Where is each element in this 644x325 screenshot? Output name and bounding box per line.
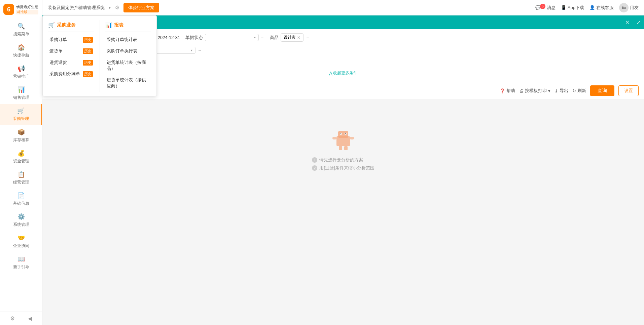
topbar-title: 装备及固定资产辅助管理系统 [48,5,105,11]
dropdown-cols: 🛒 采购业务 采购订单 历史 进货单 历史 进货退货 历史 [43,20,156,92]
return-badge: 历史 [83,60,93,66]
svg-point-5 [345,133,346,134]
export-btn[interactable]: ⤓ 导出 [554,88,568,94]
chart-icon: 📊 [17,86,25,93]
sidebar-item-inventory[interactable]: 📦 库存核算 [0,125,42,146]
order-status-filter: 单据状态 ▾ ··· [185,34,264,41]
sidebar-item-quick-nav[interactable]: 🏠 快捷导航 [0,40,42,62]
megaphone-icon: 📢 [17,65,25,72]
solution-button[interactable]: 体验行业方案 [123,3,159,12]
money-icon: 💰 [17,150,25,157]
salesperson-arrow-icon: ▾ [191,48,192,52]
sidebar-item-operation[interactable]: 📋 经营管理 [0,167,42,189]
online-service-btn[interactable]: 👤 在线客服 [589,5,614,11]
cost-spread-badge: 历史 [83,71,93,77]
goods-label: 商品 [270,35,279,41]
sidebar-collapse-btn[interactable]: ◀ [28,315,32,322]
collapse-up-icon: ⋀ [329,71,332,76]
empty-state: 1 请先选择要分析的方案 2 用[过滤]条件来缩小分析范围 [42,99,644,198]
order-status-label: 单据状态 [185,35,203,41]
help-icon: ❓ [500,88,505,93]
print-icon: 🖨 [519,88,524,93]
goods-more-icon[interactable]: ··· [306,35,309,40]
menu-item-inbound-stat-goods[interactable]: 进货单统计表（按商品） [105,57,151,74]
salesperson-more-icon[interactable]: ··· [198,48,201,53]
export-icon: ⤓ [554,88,558,93]
svg-point-4 [341,133,342,134]
print-arrow-icon: ▾ [548,88,550,93]
clipboard-icon: 📋 [17,171,25,178]
main-content: 装备及固定资产辅助管理系统 ▾ ⚙ 体验行业方案 💬 5 消息 📱 App下载 … [42,0,644,325]
topbar-dropdown-arrow[interactable]: ▾ [109,5,111,10]
svg-rect-6 [339,146,342,150]
purchase-col-icon: 🛒 [48,22,55,28]
inbound-badge: 历史 [83,48,93,54]
sidebar-settings-btn[interactable]: ⚙ [10,315,15,322]
sidebar-bottom: ⚙ ◀ [0,312,42,325]
order-status-select[interactable]: ▾ [205,34,259,41]
collapse-btn[interactable]: ⋀ 收起更多条件 [329,70,357,76]
sidebar-item-sales[interactable]: 📊 销售管理 [0,83,42,104]
logo-icon: 6 [3,4,14,15]
help-btn[interactable]: ❓ 帮助 [500,88,515,94]
goods-tag: 设计素 ✕ [281,33,303,42]
goods-tag-close-icon[interactable]: ✕ [297,35,300,40]
svg-rect-7 [344,146,348,150]
purchase-order-badge: 历史 [83,37,93,43]
tab-expand-btn[interactable]: ⤢ [633,19,644,26]
date-range-value: 2024-12-31 [158,35,180,40]
cart-icon: 🛒 [17,107,25,115]
topbar: 装备及固定资产辅助管理系统 ▾ ⚙ 体验行业方案 💬 5 消息 📱 App下载 … [42,0,644,15]
logo-text: 畅捷通好生意 标准版 [16,4,38,14]
menu-item-purchase-order-stat[interactable]: 采购订单统计表 [105,34,151,45]
print-btn[interactable]: 🖨 按模板打印 ▾ [519,88,550,94]
report-col: 📊 报表 采购订单统计表 采购订单执行表 进货单统计表（按商品） 进货单统计表（… [100,20,157,92]
topbar-settings-icon[interactable]: ⚙ [115,4,119,11]
report-col-header: 📊 报表 [105,20,151,32]
menu-item-inbound[interactable]: 进货单 历史 [48,45,94,57]
refresh-icon: ↻ [572,88,576,93]
service-icon: 👤 [589,5,595,10]
message-btn[interactable]: 💬 5 消息 [535,5,556,11]
purchase-col-header: 🛒 采购业务 [48,20,94,32]
user-btn[interactable]: Ea 用友 [619,3,639,12]
refresh-btn[interactable]: ↻ 刷新 [572,88,586,94]
phone-icon: 📱 [561,5,566,10]
book-icon: 📖 [17,255,25,263]
avatar: Ea [619,3,629,12]
sidebar-item-system[interactable]: ⚙️ 系统管理 [0,210,42,231]
menu-item-purchase-order[interactable]: 采购订单 历史 [48,34,94,45]
sidebar-item-finance[interactable]: 💰 资金管理 [0,146,42,167]
purchase-dropdown-menu: 🛒 采购业务 采购订单 历史 进货单 历史 进货退货 历史 [42,15,157,96]
sidebar-item-purchase[interactable]: 🛒 采购管理 [0,104,42,125]
sidebar-item-collab[interactable]: 🤝 企业协同 [0,231,42,252]
sidebar-item-basic[interactable]: 📄 基础信息 [0,189,42,210]
svg-rect-8 [332,137,336,139]
doc-icon: 📄 [17,192,25,199]
setting-button[interactable]: 设置 [618,85,639,96]
svg-rect-9 [350,137,354,139]
empty-hint-2: 2 用[过滤]条件来缩小分析范围 [312,165,374,171]
search-icon: 🔍 [17,23,25,30]
goods-filter: 商品 设计素 ✕ ··· [270,33,309,42]
sidebar: 6 畅捷通好生意 标准版 🔍 搜索菜单 🏠 快捷导航 📢 营销推广 📊 [0,0,42,325]
order-status-arrow-icon: ▾ [254,36,256,39]
empty-hint-1: 1 请先选择要分析的方案 [312,157,363,163]
svg-rect-1 [338,131,348,138]
gear-icon: ⚙️ [17,213,25,220]
tab-close-all-btn[interactable]: ✕ [622,19,633,26]
menu-item-inbound-stat-supplier[interactable]: 进货单统计表（按供应商） [105,74,151,92]
empty-state-text: 1 请先选择要分析的方案 2 用[过滤]条件来缩小分析范围 [312,157,374,171]
home-icon: 🏠 [17,44,25,51]
order-status-more-icon[interactable]: ··· [261,35,264,40]
app-download-btn[interactable]: 📱 App下载 [561,5,584,11]
menu-item-return[interactable]: 进货退货 历史 [48,57,94,68]
sidebar-item-guide[interactable]: 📖 新手引导 [0,252,42,273]
message-badge: 5 [540,4,545,9]
sidebar-menu: 🔍 搜索菜单 🏠 快捷导航 📢 营销推广 📊 销售管理 🛒 采购管理 📦 [0,19,42,312]
menu-item-purchase-order-exec[interactable]: 采购订单执行表 [105,45,151,57]
menu-item-cost-spread[interactable]: 采购费用分摊单 历史 [48,68,94,80]
query-button[interactable]: 查询 [590,85,614,96]
sidebar-item-marketing[interactable]: 📢 营销推广 [0,62,42,83]
sidebar-item-search[interactable]: 🔍 搜索菜单 [0,19,42,40]
